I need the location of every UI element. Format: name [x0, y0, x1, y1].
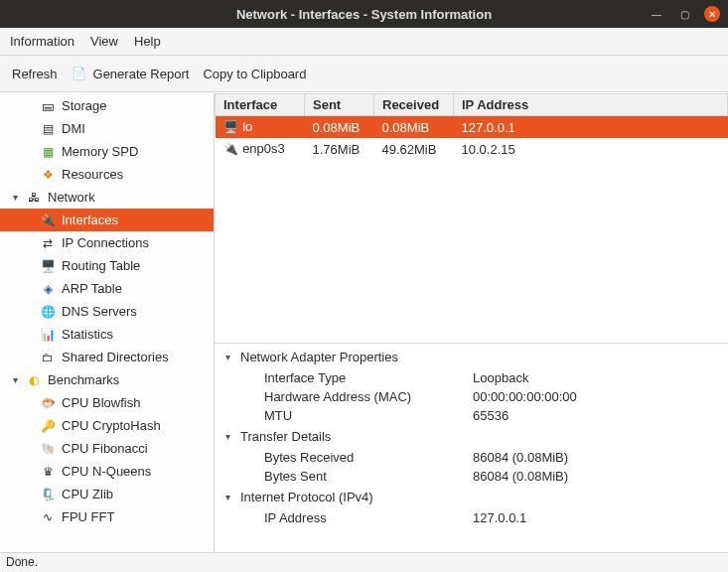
sidebar-tree[interactable]: 🖴 Storage ▤ DMI ▦ Memory SPD ❖ Resources…	[0, 93, 215, 552]
column-header-interface[interactable]: Interface	[216, 94, 305, 116]
main-content: 🖴 Storage ▤ DMI ▦ Memory SPD ❖ Resources…	[0, 92, 728, 552]
window-controls: — ▢ ✕	[649, 6, 720, 22]
detail-row: Bytes Received 86084 (0.08MiB)	[218, 448, 724, 467]
group-transfer-details[interactable]: ▾ Transfer Details	[218, 425, 724, 448]
sidebar-item-label: CPU N-Queens	[62, 464, 151, 479]
sidebar-item-routing-table[interactable]: 🖥️ Routing Table	[0, 254, 214, 277]
cell-received: 0.08MiB	[374, 116, 454, 139]
sidebar-item-arp-table[interactable]: ◈ ARP Table	[0, 277, 214, 300]
interfaces-table: Interface Sent Received IP Address 🖥️ lo…	[215, 93, 728, 160]
column-header-ip[interactable]: IP Address	[454, 94, 728, 116]
collapse-toggle-icon[interactable]: ▾	[10, 192, 20, 203]
sidebar-item-benchmarks[interactable]: ▾ ◐ Benchmarks	[0, 368, 214, 391]
sidebar-item-label: Storage	[62, 98, 107, 113]
arp-icon: ◈	[40, 281, 56, 297]
sidebar-item-label: CPU Fibonacci	[62, 441, 148, 456]
maximize-button[interactable]: ▢	[676, 6, 692, 22]
key-icon: 🔑	[40, 418, 56, 434]
blowfish-icon: 🐡	[40, 395, 56, 411]
sidebar-item-interfaces[interactable]: 🔌 Interfaces	[0, 209, 214, 231]
sidebar-item-resources[interactable]: ❖ Resources	[0, 163, 214, 186]
group-ipv4[interactable]: ▾ Internet Protocol (IPv4)	[218, 486, 724, 508]
sidebar-item-dmi[interactable]: ▤ DMI	[0, 117, 214, 140]
interface-icon: 🔌	[223, 141, 239, 157]
detail-value: 86084 (0.08MiB)	[473, 469, 568, 484]
routing-icon: 🖥️	[40, 258, 56, 274]
sidebar-item-cpu-fibonacci[interactable]: 🐚 CPU Fibonacci	[0, 437, 214, 460]
sidebar-item-label: ARP Table	[62, 281, 122, 296]
cell-ip: 10.0.2.15	[454, 138, 728, 160]
detail-key: MTU	[264, 408, 473, 423]
resources-icon: ❖	[40, 167, 56, 183]
folder-icon: 🗀	[40, 350, 56, 365]
menu-information[interactable]: Information	[10, 32, 74, 51]
cell-interface: enp0s3	[242, 141, 285, 156]
sidebar-item-ip-connections[interactable]: ⇄ IP Connections	[0, 231, 214, 254]
detail-row: Hardware Address (MAC) 00:00:00:00:00:00	[218, 387, 724, 406]
sidebar-item-label: Memory SPD	[62, 144, 138, 159]
status-text: Done.	[6, 555, 38, 569]
table-row[interactable]: 🖥️ lo 0.08MiB 0.08MiB 127.0.0.1	[216, 116, 728, 139]
queen-icon: ♛	[40, 464, 56, 480]
interface-icon: 🖥️	[223, 119, 239, 135]
detail-row: MTU 65536	[218, 406, 724, 425]
details-pane[interactable]: ▾ Network Adapter Properties Interface T…	[215, 344, 728, 552]
sidebar-item-label: CPU CryptoHash	[62, 418, 161, 433]
interfaces-table-area[interactable]: Interface Sent Received IP Address 🖥️ lo…	[215, 93, 728, 344]
column-header-received[interactable]: Received	[374, 94, 454, 116]
sidebar-item-cpu-blowfish[interactable]: 🐡 CPU Blowfish	[0, 391, 214, 414]
minimize-button[interactable]: —	[649, 6, 664, 22]
interface-icon: 🔌	[40, 213, 56, 228]
spiral-icon: 🐚	[40, 441, 56, 457]
detail-key: Interface Type	[264, 370, 473, 385]
column-header-sent[interactable]: Sent	[305, 94, 374, 116]
sidebar-item-shared-directories[interactable]: 🗀 Shared Directories	[0, 346, 214, 368]
harddisk-icon: 🖴	[40, 98, 56, 114]
sidebar-item-cpu-zlib[interactable]: 🗜️ CPU Zlib	[0, 483, 214, 505]
menu-help[interactable]: Help	[134, 32, 161, 51]
stats-icon: 📊	[40, 327, 56, 343]
menu-view[interactable]: View	[90, 32, 118, 51]
group-title: Internet Protocol (IPv4)	[240, 490, 373, 504]
detail-row: IP Address 127.0.0.1	[218, 508, 724, 527]
close-button[interactable]: ✕	[704, 6, 720, 22]
content-pane: Interface Sent Received IP Address 🖥️ lo…	[215, 93, 728, 552]
sidebar-item-fpu-fft[interactable]: ∿ FPU FFT	[0, 505, 214, 528]
group-title: Transfer Details	[240, 429, 331, 444]
chevron-down-icon[interactable]: ▾	[222, 492, 232, 502]
sidebar-item-network[interactable]: ▾ 🖧 Network	[0, 186, 214, 209]
sidebar-item-label: Shared Directories	[62, 350, 169, 364]
benchmark-icon: ◐	[26, 372, 42, 388]
sidebar-item-label: Benchmarks	[48, 372, 119, 387]
sidebar-item-storage[interactable]: 🖴 Storage	[0, 94, 214, 117]
report-icon: 📄	[72, 66, 87, 81]
sidebar-item-label: IP Connections	[62, 235, 149, 250]
copy-to-clipboard-button[interactable]: Copy to Clipboard	[201, 63, 308, 85]
detail-row: Bytes Sent 86084 (0.08MiB)	[218, 467, 724, 486]
sidebar-item-dns-servers[interactable]: 🌐 DNS Servers	[0, 300, 214, 323]
sidebar-item-label: FPU FFT	[62, 509, 114, 524]
titlebar: Network - Interfaces - System Informatio…	[0, 0, 728, 28]
sidebar-item-memory-spd[interactable]: ▦ Memory SPD	[0, 140, 214, 163]
sidebar-item-label: Statistics	[62, 327, 113, 342]
sidebar-item-statistics[interactable]: 📊 Statistics	[0, 323, 214, 346]
chevron-down-icon[interactable]: ▾	[222, 352, 232, 362]
detail-value: 127.0.0.1	[473, 510, 526, 525]
sidebar-item-cpu-nqueens[interactable]: ♛ CPU N-Queens	[0, 460, 214, 483]
chevron-down-icon[interactable]: ▾	[222, 431, 232, 442]
group-network-adapter-properties[interactable]: ▾ Network Adapter Properties	[218, 346, 724, 368]
memory-icon: ▦	[40, 144, 56, 160]
window-title: Network - Interfaces - System Informatio…	[0, 7, 728, 22]
detail-key: Hardware Address (MAC)	[264, 389, 473, 404]
sidebar-item-cpu-cryptohash[interactable]: 🔑 CPU CryptoHash	[0, 414, 214, 437]
statusbar: Done.	[0, 552, 728, 572]
sidebar-item-label: CPU Blowfish	[62, 395, 140, 410]
refresh-button[interactable]: Refresh	[10, 63, 60, 85]
detail-key: Bytes Received	[264, 450, 473, 465]
connections-icon: ⇄	[40, 235, 56, 251]
table-row[interactable]: 🔌 enp0s3 1.76MiB 49.62MiB 10.0.2.15	[216, 138, 728, 160]
generate-report-button[interactable]: 📄 Generate Report	[70, 62, 192, 85]
collapse-toggle-icon[interactable]: ▾	[10, 374, 20, 385]
cell-interface: lo	[242, 119, 252, 134]
sidebar-item-label: DNS Servers	[62, 304, 137, 319]
